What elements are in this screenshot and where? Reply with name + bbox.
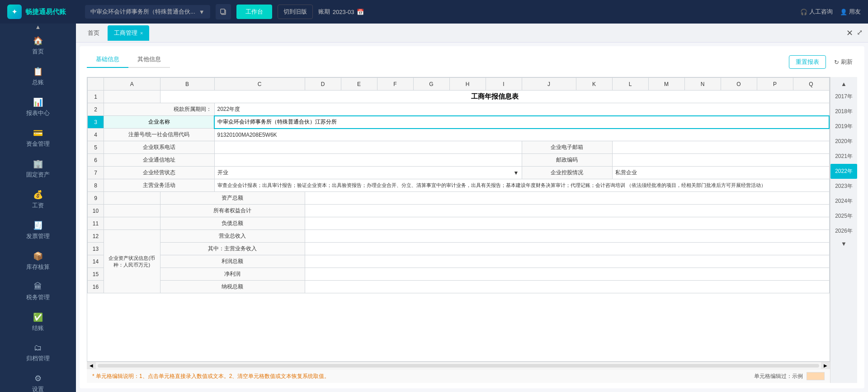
col-B[interactable]: B (160, 78, 214, 91)
cell-8-value[interactable]: 审查企业会计报表；出具审计报告；验证企业资本；出具验资报告；办理企业合开、分立、… (214, 179, 829, 192)
col-D[interactable]: D (305, 78, 341, 91)
year-2025[interactable]: 2025年 (830, 209, 857, 224)
cell-7-status[interactable]: 开业 ▼ (214, 167, 522, 179)
row-header-7: 7 (88, 167, 104, 179)
cell-13-value[interactable] (305, 243, 829, 255)
period-value: 2023-03 (333, 9, 354, 15)
tab-active-label: 工商管理 (114, 29, 137, 37)
row-header-12: 12 (88, 230, 104, 243)
cell-11-value[interactable] (305, 217, 829, 230)
sidebar-item-funds[interactable]: 💳 资金管理 (0, 123, 76, 153)
sub-tab-basic[interactable]: 基础信息 (87, 52, 128, 68)
row-header-5: 5 (88, 141, 104, 154)
col-K[interactable]: K (576, 78, 612, 91)
sidebar-item-ledger[interactable]: 📋 总账 (0, 61, 76, 92)
col-N[interactable]: N (684, 78, 721, 91)
year-2024[interactable]: 2024年 (830, 194, 857, 209)
reset-button[interactable]: 重置报表 (789, 55, 826, 69)
col-A[interactable]: A (104, 78, 160, 91)
cell-9-A (104, 192, 160, 205)
scroll-left-button[interactable]: ◀ (87, 362, 96, 369)
scroll-right-button[interactable]: ▶ (821, 362, 830, 369)
sidebar-item-salary[interactable]: 💰 工资 (0, 184, 76, 215)
workbench-button[interactable]: 工作台 (236, 5, 272, 19)
year-2022[interactable]: 2022年 (830, 164, 857, 179)
tab-close-icon[interactable]: × (140, 30, 143, 36)
col-J[interactable]: J (522, 78, 576, 91)
cell-3-value[interactable]: 中审众环会计师事务所（特殊普通合伙）江苏分所 (214, 116, 829, 129)
year-scroll-down[interactable]: ▼ (830, 239, 857, 249)
sidebar: ▲ 🏠 首页 📋 总账 📊 报表中心 💳 资金管理 🏢 固定资产 💰 工资 🧾 … (0, 24, 76, 392)
company-selector[interactable]: 中审众环会计师事务所（特殊普通合伙... ▼ (85, 5, 210, 19)
cell-14-value[interactable] (305, 255, 829, 268)
year-2020[interactable]: 2020年 (830, 134, 857, 149)
horizontal-scrollbar[interactable]: ◀ ▶ (87, 362, 830, 369)
cell-5-email[interactable] (612, 141, 829, 154)
sidebar-item-reports[interactable]: 📊 报表中心 (0, 92, 76, 123)
sidebar-item-home[interactable]: 🏠 首页 (0, 30, 76, 61)
cell-6-label: 企业通信地址 (104, 154, 215, 167)
cell-10-A (104, 205, 160, 217)
sidebar-item-inventory[interactable]: 📦 库存核算 (0, 246, 76, 277)
refresh-button[interactable]: ↻ 刷新 (830, 55, 857, 69)
sidebar-item-invoice[interactable]: 🧾 发票管理 (0, 215, 76, 246)
col-G[interactable]: G (413, 78, 449, 91)
col-L[interactable]: L (612, 78, 648, 91)
row-header-11: 11 (88, 217, 104, 230)
year-2026[interactable]: 2026年 (830, 224, 857, 239)
col-P[interactable]: P (757, 78, 793, 91)
cell-2-value[interactable]: 2022年度 (214, 103, 829, 116)
switch-version-button[interactable]: 切到旧版 (278, 5, 313, 19)
cell-6-zip[interactable] (612, 154, 829, 167)
expand-icon[interactable]: ⤢ (857, 28, 863, 38)
svg-rect-1 (221, 9, 225, 14)
sidebar-item-tax[interactable]: 🏛 税务管理 (0, 277, 76, 307)
col-O[interactable]: O (721, 78, 757, 91)
copy-button[interactable] (216, 4, 231, 19)
col-Q[interactable]: Q (793, 78, 829, 91)
cell-13-label: 其中：主营业务收入 (160, 243, 305, 255)
year-2023[interactable]: 2023年 (830, 179, 857, 194)
tab-active[interactable]: 工商管理 × (108, 25, 149, 41)
cell-6-address[interactable] (214, 154, 522, 167)
tab-home[interactable]: 首页 (81, 25, 106, 41)
cell-4-value[interactable]: 91320100MA208E5W6K (214, 129, 829, 141)
col-C[interactable]: C (214, 78, 305, 91)
col-I[interactable]: I (486, 78, 522, 91)
row-6: 6 企业通信地址 邮政编码 (88, 154, 830, 167)
col-H[interactable]: H (449, 78, 486, 91)
sidebar-label-settings: 设置 (32, 385, 44, 392)
sub-tab-other[interactable]: 其他信息 (128, 52, 170, 68)
sidebar-item-settings[interactable]: ⚙ 设置 (0, 368, 76, 392)
year-2017[interactable]: 2017年 (830, 89, 857, 104)
cell-9-value[interactable] (305, 192, 829, 205)
col-E[interactable]: E (341, 78, 377, 91)
sidebar-scroll-up[interactable]: ▲ (0, 24, 76, 30)
consult-label: 人工咨询 (809, 8, 833, 16)
tab-bar: 首页 工商管理 × ✕ ⤢ (76, 24, 868, 43)
closing-icon: ✅ (33, 312, 43, 322)
user-menu[interactable]: 👤 用友 (840, 8, 861, 16)
calendar-icon[interactable]: 📅 (357, 9, 364, 15)
consult-button[interactable]: 🎧 人工咨询 (800, 8, 833, 16)
cell-12-value[interactable] (305, 230, 829, 243)
year-2019[interactable]: 2019年 (830, 119, 857, 134)
cell-10-value[interactable] (305, 205, 829, 217)
year-2021[interactable]: 2021年 (830, 149, 857, 164)
sheet-wrapper[interactable]: A B C D E F G H I J (87, 77, 830, 362)
cell-7-control[interactable]: 私营企业 (612, 167, 829, 179)
sidebar-item-assets[interactable]: 🏢 固定资产 (0, 153, 76, 184)
close-window-icon[interactable]: ✕ (846, 28, 853, 38)
cell-15-value[interactable] (305, 268, 829, 281)
cell-16-value[interactable] (305, 281, 829, 293)
sidebar-item-archive[interactable]: 🗂 归档管理 (0, 338, 76, 368)
row-7: 7 企业经营状态 开业 ▼ 企业控股情况 私营企业 (88, 167, 830, 179)
scroll-track[interactable] (98, 364, 819, 368)
col-M[interactable]: M (648, 78, 684, 91)
year-2018[interactable]: 2018年 (830, 104, 857, 119)
cell-5-phone[interactable] (214, 141, 522, 154)
user-icon: 👤 (840, 9, 847, 15)
sidebar-item-closing[interactable]: ✅ 结账 (0, 307, 76, 338)
year-scroll-up[interactable]: ▲ (830, 79, 857, 89)
col-F[interactable]: F (377, 78, 413, 91)
